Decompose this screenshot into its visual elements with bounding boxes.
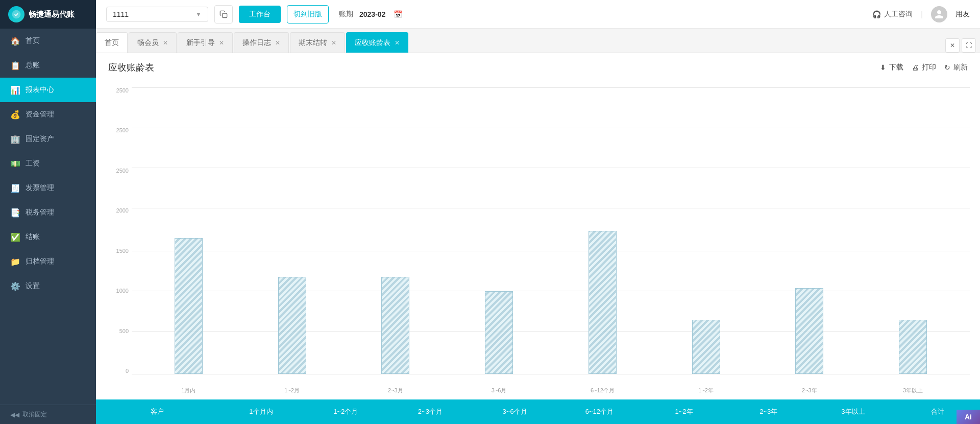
sidebar-label-assets: 固定资产 xyxy=(26,134,54,144)
bar-7 xyxy=(899,320,927,374)
sidebar-item-settings[interactable]: ⚙️ 设置 xyxy=(0,274,96,298)
x-axis: 1月内 1~2月 2~3月 3~6月 6~12个月 1~2年 2~3年 3年以上 xyxy=(132,387,970,394)
tab-close-member[interactable]: ✕ xyxy=(163,40,168,46)
support-button[interactable]: 🎧 人工咨询 xyxy=(872,10,913,19)
y-label: 2500 xyxy=(116,168,129,174)
bar-group-5 xyxy=(692,320,720,374)
table-header-5: 6~12个月 xyxy=(557,407,642,416)
tabs-bar: 首页畅会员✕新手引导✕操作日志✕期末结转✕应收账龄表✕ ✕ ⛶ xyxy=(96,29,980,53)
sidebar-logo[interactable]: 畅捷通易代账 xyxy=(0,0,96,29)
maximize-tab-button[interactable]: ⛶ xyxy=(962,38,976,53)
archive-icon: 📁 xyxy=(10,256,20,267)
top-header: 1111 ▼ 工作台 切到旧版 账期 2023-02 📅 🎧 人工咨询 | xyxy=(96,0,980,29)
sidebar-item-home[interactable]: 🏠 首页 xyxy=(0,29,96,53)
tab-oplog[interactable]: 操作日志✕ xyxy=(234,32,289,53)
print-icon: 🖨 xyxy=(912,63,919,72)
sidebar-item-invoice[interactable]: 🧾 发票管理 xyxy=(0,176,96,200)
y-axis: 2500250025002000150010005000 xyxy=(108,87,129,374)
x-label-6: 2~3年 xyxy=(795,387,823,394)
collapse-icon: ◀◀ xyxy=(10,411,19,418)
tab-label-aging: 应收账龄表 xyxy=(355,38,390,48)
sidebar-item-tax[interactable]: 📑 税务管理 xyxy=(0,200,96,225)
company-name: 1111 xyxy=(113,10,191,18)
tab-period-end[interactable]: 期末结转✕ xyxy=(290,32,345,53)
bar-6 xyxy=(795,288,823,374)
sidebar-item-close[interactable]: ✅ 结账 xyxy=(0,225,96,249)
print-button[interactable]: 🖨 打印 xyxy=(912,63,936,72)
logo-text: 畅捷通易代账 xyxy=(29,10,75,19)
table-header-row: 客户1个月内1~2个月2~3个月3~6个月6~12个月1~2年2~3年3年以上合… xyxy=(96,399,980,424)
tab-member[interactable]: 畅会员✕ xyxy=(129,32,177,53)
switch-old-button[interactable]: 切到旧版 xyxy=(287,5,329,23)
sidebar-label-home: 首页 xyxy=(26,36,40,45)
company-selector[interactable]: 1111 ▼ xyxy=(106,7,208,22)
y-label: 2500 xyxy=(116,87,129,93)
sidebar-item-funds[interactable]: 💰 资金管理 xyxy=(0,102,96,127)
refresh-icon: ↻ xyxy=(944,63,950,72)
tab-label-guide: 新手引导 xyxy=(186,38,215,48)
main-area: 1111 ▼ 工作台 切到旧版 账期 2023-02 📅 🎧 人工咨询 | xyxy=(96,0,980,424)
chevron-down-icon: ▼ xyxy=(195,11,202,18)
sidebar-nav: 🏠 首页 📋 总账 📊 报表中心 💰 资金管理 🏢 固定资产 💵 工资 🧾 发票… xyxy=(0,29,96,405)
y-label: 1500 xyxy=(116,248,129,254)
tab-home[interactable]: 首页 xyxy=(96,32,128,53)
settings-icon: ⚙️ xyxy=(10,281,20,291)
header-right: 🎧 人工咨询 | 用友 xyxy=(872,6,970,22)
tab-guide[interactable]: 新手引导✕ xyxy=(178,32,233,53)
sidebar-item-ledger[interactable]: 📋 总账 xyxy=(0,53,96,78)
home-icon: 🏠 xyxy=(10,36,20,46)
sidebar-item-reports[interactable]: 📊 报表中心 xyxy=(0,78,96,102)
assets-icon: 🏢 xyxy=(10,134,20,144)
content-actions: ⬇ 下载 🖨 打印 ↻ 刷新 xyxy=(880,63,968,72)
tab-close-guide[interactable]: ✕ xyxy=(219,40,224,46)
tab-close-period-end[interactable]: ✕ xyxy=(331,40,336,46)
tab-label-period-end: 期末结转 xyxy=(299,38,327,48)
bar-1 xyxy=(278,277,306,374)
y-label: 1000 xyxy=(116,288,129,294)
bar-group-6 xyxy=(795,288,823,374)
table-header-8: 3年以上 xyxy=(811,407,896,416)
tab-close-oplog[interactable]: ✕ xyxy=(275,40,280,46)
invoice-icon: 🧾 xyxy=(10,183,20,193)
close-tab-button[interactable]: ✕ xyxy=(945,38,960,53)
download-button[interactable]: ⬇ 下载 xyxy=(880,63,903,72)
period-value: 2023-02 xyxy=(359,10,385,18)
support-label: 人工咨询 xyxy=(884,10,913,19)
table-header-1: 1个月内 xyxy=(219,407,304,416)
sidebar: 畅捷通易代账 🏠 首页 📋 总账 📊 报表中心 💰 资金管理 🏢 固定资产 💵 … xyxy=(0,0,96,424)
table-header-3: 2~3个月 xyxy=(388,407,473,416)
sidebar-item-assets[interactable]: 🏢 固定资产 xyxy=(0,127,96,151)
bar-0 xyxy=(175,238,203,374)
print-label: 打印 xyxy=(922,63,936,72)
grid-line xyxy=(132,374,970,374)
logo-icon xyxy=(8,6,24,22)
sidebar-label-close: 结账 xyxy=(26,232,40,242)
tab-aging[interactable]: 应收账龄表✕ xyxy=(346,32,408,53)
tab-close-aging[interactable]: ✕ xyxy=(395,40,400,46)
copy-button[interactable] xyxy=(214,5,233,23)
bar-5 xyxy=(692,320,720,374)
ai-badge[interactable]: Ai xyxy=(957,410,980,424)
sidebar-item-salary[interactable]: 💵 工资 xyxy=(0,151,96,176)
x-label-5: 1~2年 xyxy=(692,387,720,394)
table-header-6: 1~2年 xyxy=(642,407,726,416)
sidebar-collapse-btn[interactable]: ◀◀ 取消固定 xyxy=(0,405,96,424)
sidebar-label-salary: 工资 xyxy=(26,159,40,168)
sidebar-item-archive[interactable]: 📁 归档管理 xyxy=(0,249,96,274)
table-header-2: 1~2个月 xyxy=(303,407,388,416)
page-title: 应收账龄表 xyxy=(108,61,154,74)
workbench-button[interactable]: 工作台 xyxy=(239,6,281,23)
headset-icon: 🎧 xyxy=(872,10,881,18)
close-icon: ✅ xyxy=(10,232,20,242)
tab-label-oplog: 操作日志 xyxy=(242,38,271,48)
y-label: 500 xyxy=(119,328,129,334)
user-name[interactable]: 用友 xyxy=(955,10,970,19)
table-header-7: 2~3年 xyxy=(726,407,811,416)
refresh-button[interactable]: ↻ 刷新 xyxy=(944,63,968,72)
calendar-icon[interactable]: 📅 xyxy=(394,10,402,18)
bar-group-7 xyxy=(899,320,927,374)
sidebar-label-archive: 归档管理 xyxy=(26,257,54,266)
table-header-4: 3~6个月 xyxy=(473,407,557,416)
sidebar-label-settings: 设置 xyxy=(26,281,40,291)
collapse-label: 取消固定 xyxy=(22,410,47,419)
